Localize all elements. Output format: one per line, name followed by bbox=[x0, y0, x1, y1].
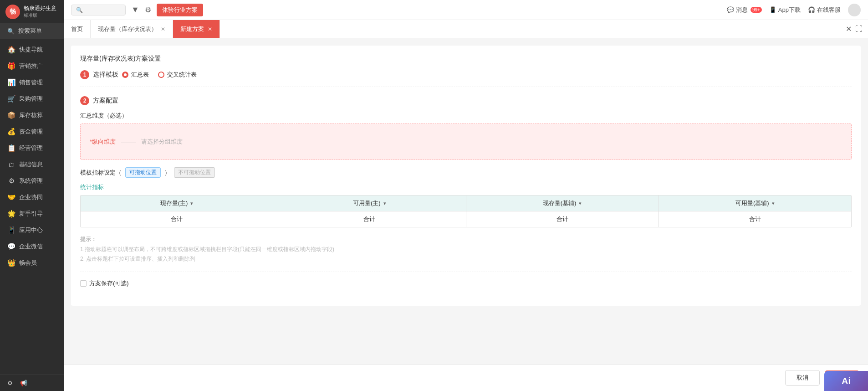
user-avatar[interactable] bbox=[848, 4, 861, 16]
sidebar-item-purchase[interactable]: 🛒 采购管理 bbox=[0, 91, 64, 107]
sidebar-item-home[interactable]: 🏠 快捷导航 bbox=[0, 41, 64, 58]
brand-name: 畅康通好生意 bbox=[24, 5, 56, 12]
sidebar-item-label: 营销推广 bbox=[19, 62, 43, 70]
sidebar-item-label: 企业协同 bbox=[19, 193, 43, 201]
save-scheme-section: 方案保存(可选) bbox=[80, 279, 852, 288]
brand-info: 畅康通好生意 标准版 bbox=[24, 5, 56, 19]
sidebar-item-management[interactable]: 📋 经营管理 bbox=[0, 140, 64, 156]
col-header-0[interactable]: 现存量(主) ▾ bbox=[81, 196, 273, 211]
fixed-badge-label: 不可拖动位置 bbox=[178, 169, 211, 176]
dropdown-button[interactable]: ▼ bbox=[131, 5, 139, 15]
col-header-3[interactable]: 可用量(基辅) ▾ bbox=[659, 196, 851, 211]
sidebar-item-wechat[interactable]: 💬 企业微信 bbox=[0, 238, 64, 255]
trial-button[interactable]: 体验行业方案 bbox=[157, 4, 203, 16]
tab-inventory[interactable]: 现存量（库存状况表） ✕ bbox=[91, 20, 173, 38]
draggable-badge: 可拖动位置 bbox=[125, 167, 161, 178]
tab-new-scheme[interactable]: 新建方案 ✕ bbox=[173, 20, 220, 38]
sidebar-brand: 畅 畅康通好生意 标准版 bbox=[0, 0, 64, 23]
settings-panel: 现存量(库存状况表)方案设置 1 选择模板 汇总表 bbox=[71, 46, 861, 306]
phone-icon: 📱 bbox=[769, 6, 776, 13]
sidebar-search-label: 搜索菜单 bbox=[18, 27, 42, 35]
sidebar-item-member[interactable]: 👑 畅会员 bbox=[0, 255, 64, 271]
mobile-icon: 📱 bbox=[7, 226, 15, 234]
sidebar-item-finance[interactable]: 💰 资金管理 bbox=[0, 123, 64, 140]
sidebar-item-label: 应用中心 bbox=[19, 226, 43, 234]
sidebar: 畅 畅康通好生意 标准版 🔍 搜索菜单 🏠 快捷导航 🎁 营销推广 📊 销售管理… bbox=[0, 0, 64, 391]
online-service[interactable]: 🎧 在线客服 bbox=[808, 6, 841, 14]
tips-item-1: 2. 点击标题栏下拉可设置排序、插入列和删除列 bbox=[80, 254, 852, 264]
handshake-icon: 🤝 bbox=[7, 193, 15, 201]
radio-summary-circle bbox=[122, 72, 128, 78]
message-badge[interactable]: 💬 消息 99+ bbox=[727, 6, 762, 14]
sidebar-item-label: 畅会员 bbox=[19, 259, 37, 267]
sidebar-item-inventory[interactable]: 📦 库存核算 bbox=[0, 107, 64, 123]
step2-title: 方案配置 bbox=[93, 97, 118, 105]
tab-actions: ✕ ⛶ bbox=[846, 25, 868, 33]
col-data-0: 合计 bbox=[81, 211, 273, 227]
save-scheme-checkbox[interactable]: 方案保存(可选) bbox=[80, 279, 129, 288]
tab-close-button[interactable]: ✕ bbox=[846, 25, 852, 33]
col-label-3: 可用量(基辅) bbox=[735, 199, 769, 207]
sidebar-item-label: 企业微信 bbox=[19, 242, 43, 251]
chart-icon: 📊 bbox=[7, 78, 15, 87]
main: 🔍 ▼ ⚙ 体验行业方案 💬 消息 99+ 📱 App下载 🎧 在线客服 bbox=[64, 0, 868, 391]
sidebar-item-label: 基础信息 bbox=[19, 160, 43, 169]
speaker-icon[interactable]: 📢 bbox=[20, 380, 27, 386]
radio-summary[interactable]: 汇总表 bbox=[122, 71, 149, 79]
ai-float-button[interactable]: Ai bbox=[824, 371, 868, 391]
step1-num: 1 bbox=[80, 70, 89, 79]
col-header-1[interactable]: 可用量(主) ▾ bbox=[273, 196, 466, 211]
tab-inventory-close[interactable]: ✕ bbox=[161, 26, 165, 32]
content-area: 现存量(库存状况表)方案设置 1 选择模板 汇总表 bbox=[64, 38, 868, 364]
topbar-right: 💬 消息 99+ 📱 App下载 🎧 在线客服 bbox=[727, 4, 861, 16]
sidebar-item-label: 销售管理 bbox=[19, 78, 43, 87]
settings-button[interactable]: ⚙ bbox=[145, 5, 151, 14]
sidebar-item-basic-info[interactable]: 🗂 基础信息 bbox=[0, 156, 64, 173]
sidebar-nav: 🏠 快捷导航 🎁 营销推广 📊 销售管理 🛒 采购管理 📦 库存核算 💰 资金管… bbox=[0, 39, 64, 375]
col-data-1: 合计 bbox=[273, 211, 466, 227]
sidebar-search[interactable]: 🔍 搜索菜单 bbox=[0, 23, 64, 39]
tab-new-scheme-close[interactable]: ✕ bbox=[208, 26, 212, 32]
radio-summary-dot bbox=[124, 73, 127, 76]
sidebar-item-enterprise[interactable]: 🤝 企业协同 bbox=[0, 189, 64, 206]
col-label-2: 现存量(基辅) bbox=[543, 199, 577, 207]
radio-crosstab[interactable]: 交叉统计表 bbox=[158, 71, 197, 79]
cart-icon: 🛒 bbox=[7, 95, 15, 103]
dimension-box[interactable]: *纵向维度 —— 请选择分组维度 bbox=[80, 123, 852, 160]
sidebar-item-app[interactable]: 📱 应用中心 bbox=[0, 222, 64, 238]
col-header-2[interactable]: 现存量(基辅) ▾ bbox=[466, 196, 659, 211]
draggable-badge-label: 可拖动位置 bbox=[129, 169, 157, 176]
template-radio-group: 汇总表 交叉统计表 bbox=[122, 71, 197, 79]
star-icon: 🌟 bbox=[7, 210, 15, 218]
brand-logo: 畅 bbox=[5, 5, 20, 19]
save-scheme-label: 方案保存(可选) bbox=[89, 279, 129, 288]
save-checkbox-box bbox=[80, 280, 87, 287]
tab-home-label: 首页 bbox=[71, 25, 83, 33]
sidebar-item-label: 采购管理 bbox=[19, 95, 43, 103]
dimension-section: 汇总维度（必选） *纵向维度 —— 请选择分组维度 bbox=[80, 112, 852, 160]
sidebar-item-label: 库存核算 bbox=[19, 111, 43, 119]
sidebar-item-sales[interactable]: 📊 销售管理 bbox=[0, 74, 64, 91]
radio-crosstab-circle bbox=[158, 72, 164, 78]
sidebar-item-marketing[interactable]: 🎁 营销推广 bbox=[0, 58, 64, 74]
topbar-search[interactable]: 🔍 bbox=[71, 5, 126, 15]
step1-section: 1 选择模板 汇总表 交叉统计表 bbox=[80, 70, 852, 87]
topbar: 🔍 ▼ ⚙ 体验行业方案 💬 消息 99+ 📱 App下载 🎧 在线客服 bbox=[64, 0, 868, 20]
col-label-0: 现存量(主) bbox=[160, 199, 188, 207]
sidebar-bottom: ⚙ 📢 bbox=[0, 375, 64, 391]
app-download[interactable]: 📱 App下载 bbox=[769, 6, 801, 14]
sidebar-item-system[interactable]: ⚙ 系统管理 bbox=[0, 173, 64, 189]
stats-title: 统计指标 bbox=[80, 183, 852, 191]
settings-icon[interactable]: ⚙ bbox=[7, 380, 13, 386]
step1-title: 选择模板 bbox=[93, 71, 118, 79]
bottom-bar: 取消 查询 bbox=[64, 364, 868, 391]
cancel-button[interactable]: 取消 bbox=[785, 370, 820, 386]
sidebar-item-guide[interactable]: 🌟 新手引导 bbox=[0, 206, 64, 222]
tab-home[interactable]: 首页 bbox=[64, 20, 91, 38]
fixed-badge: 不可拖动位置 bbox=[174, 167, 215, 178]
message-icon: 💬 bbox=[727, 6, 734, 13]
indicator-label: 模板指标设定（ 可拖动位置 ） 不可拖动位置 bbox=[80, 167, 852, 178]
step2-num: 2 bbox=[80, 96, 89, 105]
tab-expand-button[interactable]: ⛶ bbox=[855, 25, 863, 33]
panel-title: 现存量(库存状况表)方案设置 bbox=[80, 55, 852, 63]
